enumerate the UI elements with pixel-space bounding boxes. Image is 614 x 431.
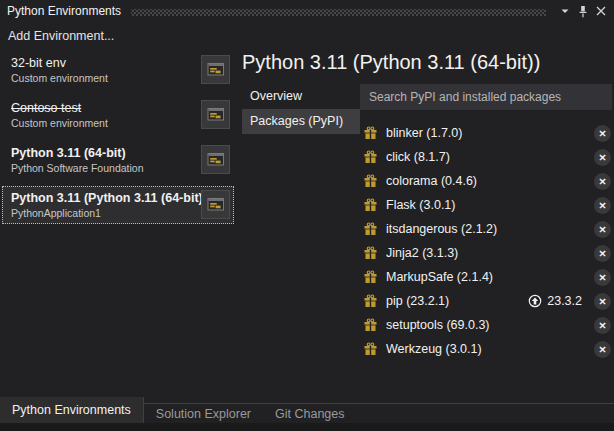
- main-content: 32-bit env Custom environment Contoso te…: [0, 49, 614, 361]
- titlebar-drag-grip[interactable]: [131, 9, 546, 16]
- pin-icon[interactable]: [574, 2, 592, 20]
- detail-tab-overview[interactable]: Overview: [242, 84, 360, 109]
- environment-description: Custom environment: [11, 72, 195, 84]
- environment-list-item[interactable]: Python 3.11 (Python 3.11 (64-bit)) Pytho…: [2, 186, 234, 224]
- package-name-version: pip (23.2.1): [386, 294, 528, 308]
- open-interactive-window-button[interactable]: [201, 145, 230, 174]
- open-interactive-window-button[interactable]: [201, 100, 230, 129]
- uninstall-package-button[interactable]: ✕: [594, 293, 611, 310]
- package-name-version: itsdangerous (2.1.2): [386, 222, 594, 236]
- uninstall-package-button[interactable]: ✕: [594, 245, 611, 262]
- package-icon: [364, 246, 378, 260]
- environment-list-item[interactable]: Python 3.11 (64-bit) Python Software Fou…: [2, 141, 234, 179]
- package-list: blinker (1.7.0) ✕ click (8.1.7): [360, 121, 612, 361]
- environment-detail-panel: Python 3.11 (Python 3.11 (64-bit)) Overv…: [236, 49, 614, 361]
- search-input[interactable]: [360, 84, 612, 110]
- bottom-strip: [0, 423, 614, 431]
- package-icon: [364, 270, 378, 284]
- package-name-version: Jinja2 (3.1.3): [386, 246, 594, 260]
- detail-tab-packages-pypi[interactable]: Packages (PyPI): [242, 109, 360, 134]
- update-version: 23.3.2: [547, 294, 582, 308]
- add-environment-link[interactable]: Add Environment...: [8, 29, 114, 43]
- package-row[interactable]: Jinja2 (3.1.3) ✕: [360, 241, 612, 265]
- package-name-version: Flask (3.0.1): [386, 198, 594, 212]
- environment-list: 32-bit env Custom environment Contoso te…: [0, 49, 236, 231]
- package-name-version: MarkupSafe (2.1.4): [386, 270, 594, 284]
- package-row[interactable]: click (8.1.7) ✕: [360, 145, 612, 169]
- uninstall-package-button[interactable]: ✕: [594, 197, 611, 214]
- package-name-version: Werkzeug (3.0.1): [386, 342, 594, 356]
- environment-list-item[interactable]: 32-bit env Custom environment: [2, 51, 234, 89]
- bottom-tab-python-environments[interactable]: Python Environments: [0, 397, 144, 423]
- package-row[interactable]: Werkzeug (3.0.1) ✕: [360, 337, 612, 361]
- interactive-window-icon: [207, 152, 225, 167]
- environment-detail-heading: Python 3.11 (Python 3.11 (64-bit)): [242, 51, 614, 74]
- package-row[interactable]: blinker (1.7.0) ✕: [360, 121, 612, 145]
- uninstall-package-button[interactable]: ✕: [594, 221, 611, 238]
- open-interactive-window-button[interactable]: [201, 55, 230, 84]
- package-icon: [364, 198, 378, 212]
- environment-description: Python Software Foundation: [11, 162, 195, 174]
- update-available-badge[interactable]: 23.3.2: [528, 294, 582, 308]
- package-row[interactable]: setuptools (69.0.3) ✕: [360, 313, 612, 337]
- uninstall-package-button[interactable]: ✕: [594, 173, 611, 190]
- tool-window-titlebar: Python Environments: [0, 0, 614, 22]
- open-interactive-window-button[interactable]: [201, 190, 230, 219]
- package-row[interactable]: MarkupSafe (2.1.4) ✕: [360, 265, 612, 289]
- environment-list-item[interactable]: Contoso test Custom environment: [2, 96, 234, 134]
- bottom-tab-git-changes[interactable]: Git Changes: [263, 404, 356, 423]
- package-name-version: colorama (0.4.6): [386, 174, 594, 188]
- bottom-tabs-inactive-group: Solution ExplorerGit Changes: [144, 403, 614, 423]
- package-row[interactable]: itsdangerous (2.1.2) ✕: [360, 217, 612, 241]
- window-position-icon[interactable]: [556, 2, 574, 20]
- bottom-tab-bar: Python EnvironmentsSolution ExplorerGit …: [0, 397, 614, 423]
- package-name-version: click (8.1.7): [386, 150, 594, 164]
- package-icon: [364, 342, 378, 356]
- environment-description: PythonApplication1: [11, 207, 195, 219]
- python-environments-tool-window: Python Environments Add Environment... 3…: [0, 0, 614, 431]
- environment-name: Contoso test: [11, 101, 195, 115]
- package-row[interactable]: colorama (0.4.6) ✕: [360, 169, 612, 193]
- interactive-window-icon: [207, 62, 225, 77]
- package-icon: [364, 150, 378, 164]
- interactive-window-icon: [207, 197, 225, 212]
- uninstall-package-button[interactable]: ✕: [594, 317, 611, 334]
- package-icon: [364, 294, 378, 308]
- close-icon[interactable]: [592, 2, 610, 20]
- package-icon: [364, 174, 378, 188]
- environment-name: Python 3.11 (64-bit): [11, 146, 195, 160]
- detail-tabs: Overview Packages (PyPI): [242, 84, 360, 134]
- packages-panel: blinker (1.7.0) ✕ click (8.1.7): [360, 84, 614, 361]
- uninstall-package-button[interactable]: ✕: [594, 269, 611, 286]
- environment-name: 32-bit env: [11, 56, 195, 70]
- package-row[interactable]: Flask (3.0.1) ✕: [360, 193, 612, 217]
- tool-window-title: Python Environments: [7, 4, 121, 18]
- package-icon: [364, 126, 378, 140]
- environment-description: Custom environment: [11, 117, 195, 129]
- package-icon: [364, 318, 378, 332]
- package-row[interactable]: pip (23.2.1) 23.3.2 ✕: [360, 289, 612, 313]
- environment-name: Python 3.11 (Python 3.11 (64-bit)): [11, 191, 195, 205]
- uninstall-package-button[interactable]: ✕: [594, 125, 611, 142]
- update-arrow-icon: [528, 294, 542, 308]
- interactive-window-icon: [207, 107, 225, 122]
- bottom-tab-solution-explorer[interactable]: Solution Explorer: [144, 404, 263, 423]
- uninstall-package-button[interactable]: ✕: [594, 341, 611, 358]
- package-name-version: blinker (1.7.0): [386, 126, 594, 140]
- package-name-version: setuptools (69.0.3): [386, 318, 594, 332]
- uninstall-package-button[interactable]: ✕: [594, 149, 611, 166]
- package-icon: [364, 222, 378, 236]
